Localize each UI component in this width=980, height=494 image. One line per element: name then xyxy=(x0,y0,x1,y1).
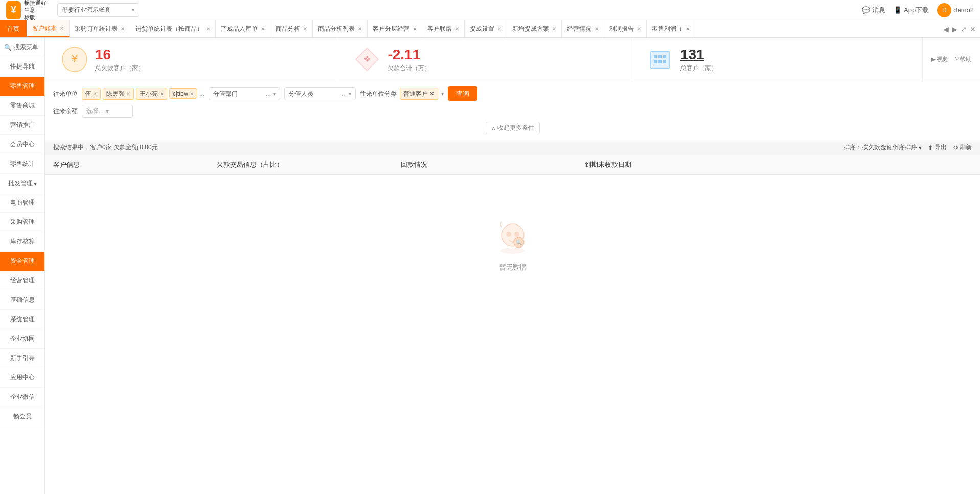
sidebar-item-weixin[interactable]: 企业微信 xyxy=(0,388,44,407)
chevron-down-icon: ▾ xyxy=(34,180,37,187)
tab-close-icon[interactable]: ✕ xyxy=(261,26,265,32)
svg-point-12 xyxy=(506,232,511,237)
sidebar-item-member[interactable]: 会员中心 xyxy=(0,135,44,154)
table-area: 客户信息 欠款交易信息（占比） 回款情况 到期未收款日期 xyxy=(45,155,980,494)
stat-all-customers: 131 总客户（家） xyxy=(630,38,923,81)
tab-customer-segment[interactable]: 客户分层经营 ✕ xyxy=(368,20,422,37)
sidebar-item-purchase[interactable]: 采购管理 xyxy=(0,213,44,232)
video-button[interactable]: ▶ 视频 xyxy=(931,55,949,64)
tab-close-icon[interactable]: ✕ xyxy=(358,26,362,32)
sidebar-item-appstore[interactable]: 应用中心 xyxy=(0,368,44,388)
tab-reminder-settings[interactable]: 提成设置 ✕ xyxy=(465,20,507,37)
dept-selector[interactable]: 分管部门 ... ▾ xyxy=(209,87,280,100)
tab-close-icon[interactable]: ✕ xyxy=(455,26,459,32)
sidebar-item-operation[interactable]: 经营管理 xyxy=(0,271,44,290)
app-download-button[interactable]: 📱 App下载 xyxy=(894,6,929,15)
sidebar-item-vip[interactable]: 畅会员 xyxy=(0,407,44,426)
help-icon: ? xyxy=(955,56,959,63)
tab-goods-analysis-list[interactable]: 商品分析列表 ✕ xyxy=(313,20,368,37)
empty-state: 🔍 暂无数据 xyxy=(45,175,980,313)
collapse-icon: ∧ xyxy=(491,125,496,132)
tab-inbound-stats[interactable]: 进货单统计表（按商品） ✕ xyxy=(130,20,216,37)
tab-retail-profit[interactable]: 零售利润（ ✕ xyxy=(647,20,695,37)
tab-customer-book[interactable]: 客户账本 ✕ xyxy=(27,20,70,37)
tag-close-wu[interactable]: ✕ xyxy=(93,91,97,97)
tab-close-icon[interactable]: ✕ xyxy=(303,26,307,32)
query-button[interactable]: 查询 xyxy=(448,86,477,101)
sidebar-item-basic[interactable]: 基础信息 xyxy=(0,290,44,310)
person-selector[interactable]: 分管人员 ... ▾ xyxy=(284,87,356,100)
tab-home[interactable]: 首页 xyxy=(0,20,27,37)
sidebar-item-system[interactable]: 系统管理 xyxy=(0,310,44,329)
tab-next-icon[interactable]: ▶ xyxy=(952,25,958,33)
sidebar-search[interactable]: 🔍 搜索菜单 xyxy=(0,38,44,57)
logo-area: ¥ 畅捷通好生意 标版 xyxy=(6,0,51,21)
content-area: ¥ 16 总欠款客户（家） ❖ xyxy=(45,38,980,494)
tab-profit-report[interactable]: 利润报告 ✕ xyxy=(604,20,647,37)
debt-total-value: -2.11 xyxy=(388,47,430,63)
sidebar-item-retail-mall[interactable]: 零售商城 xyxy=(0,96,44,116)
results-actions: 排序：按欠款金额倒序排序 ▾ ⬆ 导出 ↻ 刷新 xyxy=(844,143,972,152)
svg-rect-8 xyxy=(658,60,662,63)
unit-label: 往来单位 xyxy=(53,89,78,98)
tab-close-icon[interactable]: ✕ xyxy=(686,26,690,32)
sidebar-item-enterprise[interactable]: 企业协同 xyxy=(0,329,44,349)
sidebar-item-quick-nav[interactable]: 快捷导航 xyxy=(0,57,44,77)
export-button[interactable]: ⬆ 导出 xyxy=(928,143,947,152)
tab-close-icon[interactable]: ✕ xyxy=(595,26,599,32)
tab-operation-status[interactable]: 经营情况 ✕ xyxy=(562,20,604,37)
help-button[interactable]: ? 帮助 xyxy=(955,55,972,64)
unit-class-label: 往来单位分类 xyxy=(360,89,397,98)
sidebar-item-finance[interactable]: 资金管理 xyxy=(0,252,44,271)
tab-prev-icon[interactable]: ◀ xyxy=(943,25,949,33)
tab-expand-icon[interactable]: ⤢ xyxy=(961,25,967,33)
filter-more-tags[interactable]: ... xyxy=(199,90,204,97)
main-area: 🔍 搜索菜单 快捷导航 零售管理 零售商城 营销推广 会员中心 零售统计 xyxy=(0,38,980,494)
sidebar-item-guide[interactable]: 新手引导 xyxy=(0,349,44,368)
unit-class-tag-close[interactable]: ✕ xyxy=(429,90,435,97)
sidebar-item-inventory[interactable]: 库存核算 xyxy=(0,232,44,252)
tag-close-cjttcw[interactable]: ✕ xyxy=(190,91,194,97)
sort-chevron-icon: ▾ xyxy=(919,144,922,151)
refresh-button[interactable]: ↻ 刷新 xyxy=(953,143,972,152)
tab-collapse-icon[interactable]: ✕ xyxy=(970,25,976,33)
tab-production-inbound[interactable]: 产成品入库单 ✕ xyxy=(216,20,270,37)
app-icon: 📱 xyxy=(894,6,902,14)
tag-close-chen[interactable]: ✕ xyxy=(126,91,130,97)
tab-purchase-order[interactable]: 采购订单统计表 ✕ xyxy=(70,20,130,37)
sidebar-item-wholesale[interactable]: 批发管理 ▾ xyxy=(0,174,44,193)
tab-close-icon[interactable]: ✕ xyxy=(637,26,641,32)
tab-goods-analysis[interactable]: 商品分析 ✕ xyxy=(270,20,313,37)
tab-customer-contact[interactable]: 客户联络 ✕ xyxy=(422,20,465,37)
export-icon: ⬆ xyxy=(928,144,933,151)
table-header: 客户信息 欠款交易信息（占比） 回款情况 到期未收款日期 xyxy=(45,155,980,175)
user-menu[interactable]: D demo2 xyxy=(937,3,974,17)
th-customer: 客户信息 xyxy=(53,160,217,169)
tab-close-icon[interactable]: ✕ xyxy=(121,26,125,32)
svg-text:🔍: 🔍 xyxy=(516,239,522,246)
sidebar-item-marketing[interactable]: 营销推广 xyxy=(0,116,44,135)
unit-class-tag: 普通客户 ✕ xyxy=(400,88,438,100)
account-selector[interactable]: 母婴行业演示帐套 ▾ xyxy=(57,3,139,17)
debt-icon: ❖ xyxy=(354,46,380,73)
logo-text: 畅捷通好生意 标版 xyxy=(24,0,51,21)
tab-close-icon[interactable]: ✕ xyxy=(206,26,210,32)
tab-close-icon[interactable]: ✕ xyxy=(413,26,417,32)
remain-selector[interactable]: 选择... ▾ xyxy=(82,105,133,118)
sidebar-item-retail[interactable]: 零售管理 xyxy=(0,77,44,96)
svg-rect-6 xyxy=(663,55,666,58)
collapse-button[interactable]: ∧ 收起更多条件 xyxy=(486,122,540,134)
sidebar-item-retail-stats[interactable]: 零售统计 xyxy=(0,154,44,174)
sidebar-item-ecommerce[interactable]: 电商管理 xyxy=(0,193,44,213)
tab-new-achievement[interactable]: 新增提成方案 ✕ xyxy=(507,20,562,37)
tag-close-wang[interactable]: ✕ xyxy=(159,91,164,97)
th-date: 到期未收款日期 xyxy=(585,160,972,169)
tab-close-icon[interactable]: ✕ xyxy=(552,26,556,32)
message-button[interactable]: 💬 消息 xyxy=(862,6,885,15)
svg-rect-4 xyxy=(654,55,657,58)
filter-tag-cjttcw: cjttcw ✕ xyxy=(169,88,197,99)
tab-close-icon[interactable]: ✕ xyxy=(497,26,502,32)
avatar: D xyxy=(937,3,951,17)
tab-close-icon[interactable]: ✕ xyxy=(60,26,64,31)
sort-selector[interactable]: 排序：按欠款金额倒序排序 ▾ xyxy=(844,143,922,152)
